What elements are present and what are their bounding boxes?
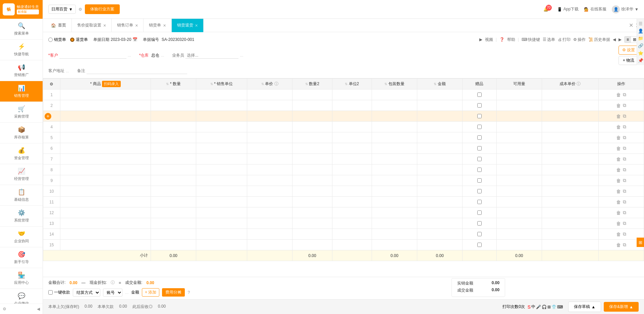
copy-icon-6[interactable]: ⧉ [623,145,626,151]
radio-return-input[interactable] [70,38,74,42]
delete-icon-8[interactable]: 🗑 [616,167,621,173]
gift-cell-1[interactable] [463,89,496,100]
rp-icon-3[interactable]: 📁 [637,35,644,42]
tab-close-price-settings[interactable]: × [103,23,106,28]
customer-input[interactable] [59,52,126,59]
sidebar-item-guide[interactable]: 🎯 新手引导 [0,247,43,268]
notification-wrap[interactable]: 🔔 70 [543,7,552,12]
tab-close-sales-order[interactable]: × [135,23,138,28]
experience-btn[interactable]: 体验行业方案 [85,4,120,14]
close-tab-btn[interactable]: ✕ [628,22,634,28]
new-gift-cell[interactable] [463,111,496,122]
scan-btn[interactable]: 扫码录入 [102,81,121,87]
delete-icon-13[interactable]: 🗑 [616,221,621,226]
gift-checkbox-15[interactable] [477,243,482,247]
amount-cell-2[interactable] [417,100,463,111]
sidebar-item-basic[interactable]: 📋 基础信息 [0,185,43,206]
copy-icon-15[interactable]: ⧉ [623,242,626,248]
save-new-btn[interactable]: 保存&新增 ▲ [604,302,639,312]
gift-checkbox-new[interactable] [477,114,482,118]
tab-home[interactable]: 🏠 首页 [46,19,72,32]
copy-icon-new[interactable]: ⧉ [623,113,626,119]
delete-icon-14[interactable]: 🗑 [616,232,621,237]
copy-icon-8[interactable]: ⧉ [623,167,626,173]
gift-checkbox-13[interactable] [477,221,482,226]
delete-icon-12[interactable]: 🗑 [616,210,621,215]
payment-checkbox-label[interactable]: 一键收款 [48,290,70,295]
tab-sales-order[interactable]: 销售订单 × [112,19,144,32]
view-list-btn[interactable]: ≡ [625,37,631,43]
payment-checkbox[interactable] [48,290,53,295]
radio-return[interactable]: 退货单 [70,37,88,43]
delete-icon-11[interactable]: 🗑 [616,199,621,205]
online-service-btn[interactable]: 💁 在线客服 [584,6,606,12]
sidebar-item-wechat[interactable]: 💬 企业微信 [0,289,43,304]
cost-info-icon[interactable]: ⓘ [577,81,581,86]
sidebar-item-search[interactable]: 🔍 搜索菜单 [0,19,43,40]
rp-icon-6[interactable]: 📌 [637,57,644,64]
sort-icon-unit2[interactable]: ⇅ [345,82,347,86]
icon-grid[interactable]: ⊞ [547,305,551,309]
copy-icon-4[interactable]: ⧉ [623,124,626,130]
sort-icon-qty[interactable]: ⇅ [166,82,169,86]
gift-checkbox-9[interactable] [477,178,482,183]
radio-delivery-input[interactable] [48,38,53,42]
calendar-icon[interactable]: 📅 [132,37,138,42]
sidebar-item-operations[interactable]: 📈 经营管理 [0,164,43,185]
unit-cell-2[interactable] [196,100,247,111]
note-input[interactable] [87,68,187,74]
prev-icon[interactable]: ◀ [613,37,616,42]
sidebar-settings-icon[interactable]: ⚙ [3,307,6,311]
qty2-cell-1[interactable] [292,89,332,100]
next-icon[interactable]: ▶ [619,37,622,42]
new-product-cell[interactable] [60,111,151,122]
copy-icon-10[interactable]: ⧉ [623,188,626,194]
pack-cell-1[interactable] [372,89,417,100]
icon-shirt[interactable]: 👕 [551,305,556,309]
unit2-cell-2[interactable] [332,100,372,111]
delete-icon-6[interactable]: 🗑 [616,146,621,151]
user-menu[interactable]: 👤 徐泽华 ▼ [612,5,639,13]
copy-icon-13[interactable]: ⧉ [623,221,626,226]
sort-icon-price[interactable]: ⇅ [261,82,264,86]
settings-icon[interactable]: ⚙ [50,82,53,86]
delete-icon-10[interactable]: 🗑 [616,189,621,194]
price-cell-2[interactable] [247,100,292,111]
delete-icon-4[interactable]: 🗑 [616,124,621,130]
add-payment-btn[interactable]: + 添加 [142,288,159,297]
sort-icon-qty2[interactable]: ⇅ [305,82,308,86]
copy-icon-9[interactable]: ⧉ [623,178,626,183]
delete-icon-new[interactable]: 🗑 [616,114,621,119]
gift-checkbox-2[interactable] [477,103,482,108]
sidebar-item-purchase[interactable]: 🛒 采购管理 [0,102,43,123]
sidebar-item-shortcut[interactable]: ⚡ 快捷导航 [0,40,43,60]
footer-help-icon[interactable]: ? [187,290,190,295]
new-product-input[interactable] [62,114,149,119]
pack-cell-2[interactable] [372,100,417,111]
op-icon-1[interactable]: ⊞ [637,239,644,246]
new-amount-cell[interactable] [417,111,463,122]
delete-icon-9[interactable]: 🗑 [616,178,621,183]
avail-cell-2[interactable] [496,100,542,111]
operate-btn[interactable]: ⚙ 操作 [573,37,586,43]
gift-checkbox-5[interactable] [477,135,482,140]
new-avail-cell[interactable] [496,111,542,122]
copy-icon-2[interactable]: ⧉ [623,103,626,108]
new-cost-cell[interactable] [542,111,598,122]
copy-icon-14[interactable]: ⧉ [623,231,626,237]
gift-checkbox-10[interactable] [477,189,482,193]
copy-icon-12[interactable]: ⧉ [623,210,626,215]
tab-sales-delivery[interactable]: 销货单 × [144,19,171,32]
new-unit-cell[interactable] [196,111,247,122]
gift-checkbox-7[interactable] [477,157,482,161]
sort-icon-amount[interactable]: ⇅ [434,82,436,86]
select-btn[interactable]: ☰ 选单 [543,37,555,43]
icon-zh[interactable]: 中 [531,304,535,310]
delete-icon-5[interactable]: 🗑 [616,135,621,140]
settings-gear-icon[interactable]: ⚙ [78,7,82,12]
row-add-btn-cell[interactable]: + [43,111,60,122]
warehouse-dots[interactable]: ... [161,53,164,58]
cost-cell-2[interactable] [542,100,598,111]
gift-checkbox-4[interactable] [477,125,482,129]
qty-cell-2[interactable] [151,100,196,111]
